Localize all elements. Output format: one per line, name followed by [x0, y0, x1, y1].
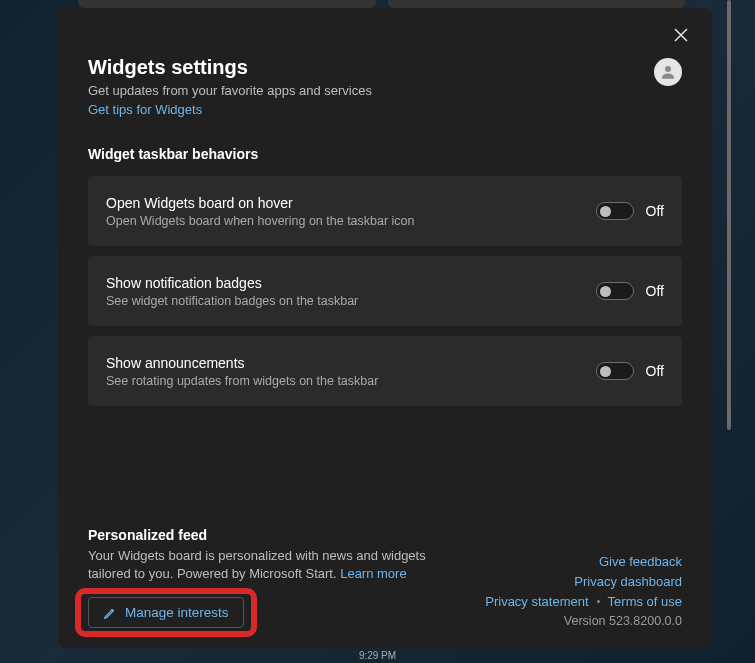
give-feedback-link[interactable]: Give feedback	[599, 554, 682, 569]
toggle-group: Off	[596, 362, 664, 380]
setting-title: Show announcements	[106, 355, 378, 371]
setting-text: Show notification badges See widget noti…	[106, 275, 358, 308]
privacy-dashboard-link[interactable]: Privacy dashboard	[574, 574, 682, 589]
feed-desc: Your Widgets board is personalized with …	[88, 547, 448, 583]
separator-dot	[597, 600, 600, 603]
card-peek	[78, 0, 376, 8]
toggle-knob	[600, 366, 611, 377]
person-icon	[659, 63, 677, 81]
setting-desc: Open Widgets board when hovering on the …	[106, 214, 415, 228]
close-button[interactable]	[672, 26, 690, 44]
account-avatar[interactable]	[654, 58, 682, 86]
learn-more-link[interactable]: Learn more	[340, 566, 406, 581]
svg-point-2	[665, 66, 671, 72]
setting-title: Open Widgets board on hover	[106, 195, 415, 211]
pencil-icon	[103, 606, 117, 620]
toggle-state-label: Off	[646, 283, 664, 299]
hover-open-toggle[interactable]	[596, 202, 634, 220]
toggle-group: Off	[596, 282, 664, 300]
manage-interests-label: Manage interests	[125, 605, 229, 620]
privacy-statement-link[interactable]: Privacy statement	[485, 594, 588, 609]
footer-links: Give feedback Privacy dashboard Privacy …	[485, 554, 682, 628]
setting-notification-badges: Show notification badges See widget noti…	[88, 256, 682, 326]
page-subtitle: Get updates from your favorite apps and …	[88, 83, 682, 98]
version-label: Version 523.8200.0.0	[564, 614, 682, 628]
personalized-feed-section: Personalized feed Your Widgets board is …	[88, 527, 682, 628]
setting-announcements: Show announcements See rotating updates …	[88, 336, 682, 406]
setting-desc: See rotating updates from widgets on the…	[106, 374, 378, 388]
feed-title: Personalized feed	[88, 527, 682, 543]
terms-of-use-link[interactable]: Terms of use	[608, 594, 682, 609]
setting-title: Show notification badges	[106, 275, 358, 291]
taskbar-time: 9:29 PM	[359, 650, 396, 661]
close-icon	[674, 28, 688, 42]
page-title: Widgets settings	[88, 56, 682, 79]
manage-interests-button[interactable]: Manage interests	[88, 597, 244, 628]
toggle-knob	[600, 206, 611, 217]
setting-text: Open Widgets board on hover Open Widgets…	[106, 195, 415, 228]
scrollbar[interactable]	[727, 0, 731, 430]
announcements-toggle[interactable]	[596, 362, 634, 380]
toggle-group: Off	[596, 202, 664, 220]
behaviors-section-label: Widget taskbar behaviors	[88, 146, 682, 162]
board-cards-peek	[78, 0, 685, 8]
setting-text: Show announcements See rotating updates …	[106, 355, 378, 388]
notification-badges-toggle[interactable]	[596, 282, 634, 300]
card-peek	[388, 0, 686, 8]
setting-hover-open: Open Widgets board on hover Open Widgets…	[88, 176, 682, 246]
toggle-state-label: Off	[646, 363, 664, 379]
toggle-knob	[600, 286, 611, 297]
footer-link-row: Privacy statement Terms of use	[485, 594, 682, 609]
tips-link[interactable]: Get tips for Widgets	[88, 102, 202, 117]
settings-header: Widgets settings Get updates from your f…	[88, 56, 682, 118]
setting-desc: See widget notification badges on the ta…	[106, 294, 358, 308]
toggle-state-label: Off	[646, 203, 664, 219]
settings-panel: Widgets settings Get updates from your f…	[58, 8, 712, 648]
